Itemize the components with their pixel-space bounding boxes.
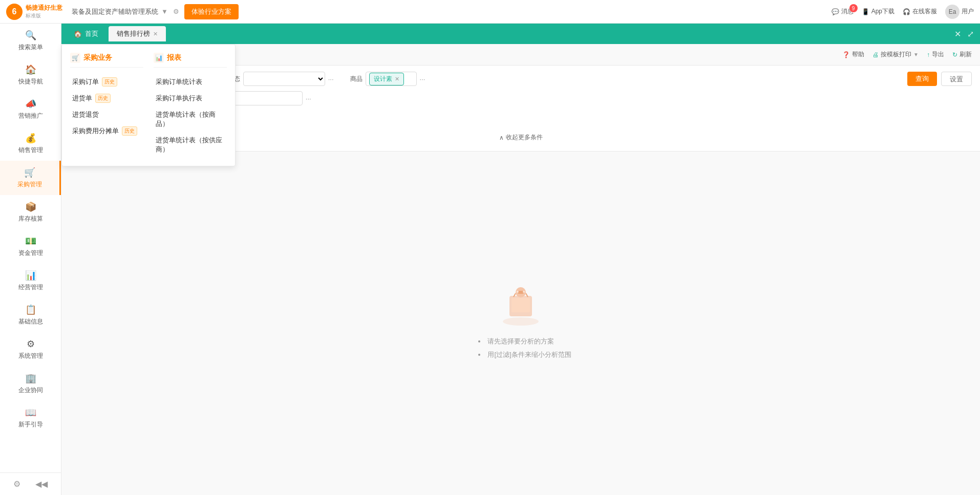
reports-header: 📊 报表 [154, 53, 227, 68]
dropdown-item-return[interactable]: 进货退货 [70, 106, 143, 123]
dropdown-item-expense[interactable]: 采购费用分摊单 历史 [70, 123, 143, 139]
dropdown-item-inbound-by-goods[interactable]: 进货单统计表（按商品） [154, 106, 227, 132]
purchase-biz-header: 🛒 采购业务 [70, 53, 143, 68]
purchase-biz-title: 采购业务 [83, 53, 112, 62]
po-label: 采购订单 [72, 77, 99, 87]
expense-history-tag: 历史 [122, 126, 137, 136]
inbound-by-supplier-label: 进货单统计表（按供应商） [156, 136, 225, 154]
po-exec-label: 采购订单执行表 [156, 94, 202, 103]
inbound-history-tag: 历史 [95, 94, 111, 103]
dropdown-item-po[interactable]: 采购订单 历史 [70, 74, 143, 90]
expense-label: 采购费用分摊单 [72, 126, 119, 136]
purchase-biz-icon: 🛒 [70, 53, 80, 63]
reports-title: 报表 [167, 53, 181, 62]
return-label: 进货退货 [72, 110, 99, 119]
po-stat-label: 采购订单统计表 [156, 77, 202, 87]
dropdown-item-inbound[interactable]: 进货单 历史 [70, 90, 143, 106]
inbound-by-goods-label: 进货单统计表（按商品） [156, 110, 225, 128]
reports-col: 📊 报表 采购订单统计表 采购订单执行表 进货单统计表（按商品） 进货单统计表（… [154, 53, 227, 158]
dropdown-columns: 🛒 采购业务 采购订单 历史 进货单 历史 进货退货 采购费用分摊单 历史 [70, 53, 227, 158]
purchase-biz-col: 🛒 采购业务 采购订单 历史 进货单 历史 进货退货 采购费用分摊单 历史 [70, 53, 143, 158]
reports-icon: 📊 [154, 53, 164, 63]
dropdown-menu: 🛒 采购业务 采购订单 历史 进货单 历史 进货退货 采购费用分摊单 历史 [61, 44, 236, 166]
po-history-tag: 历史 [102, 77, 117, 87]
dropdown-item-po-exec[interactable]: 采购订单执行表 [154, 90, 227, 106]
dropdown-item-po-stat[interactable]: 采购订单统计表 [154, 74, 227, 90]
inbound-label: 进货单 [72, 94, 92, 103]
dropdown-item-inbound-by-supplier[interactable]: 进货单统计表（按供应商） [154, 132, 227, 158]
